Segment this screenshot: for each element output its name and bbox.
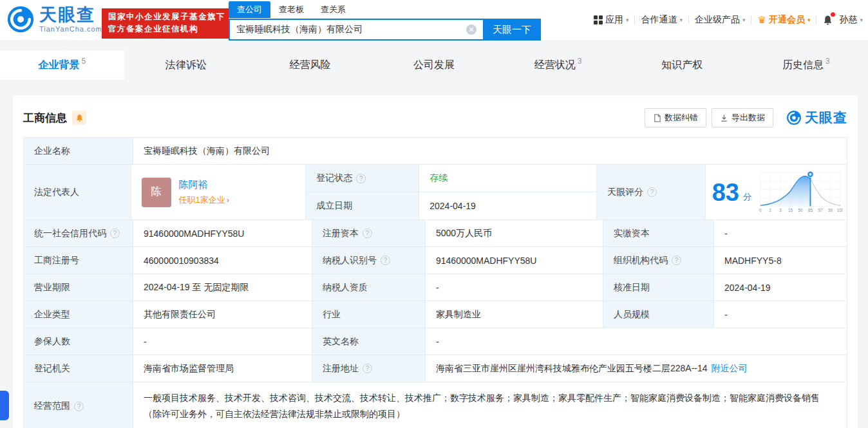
reg-capital-value: 5000万人民币 <box>426 220 603 247</box>
svg-text:3: 3 <box>779 208 782 212</box>
approval-date-label: 核准日期 <box>603 274 714 301</box>
company-nav-tabs: 企业背景 5 法律诉讼 经营风险 公司发展 经营状况 3 知识产权 历史信息 3 <box>0 50 868 80</box>
industry-value: 家具制造业 <box>426 301 603 328</box>
industry-label: 行业 <box>312 301 426 328</box>
username-label: 孙慈 <box>839 14 857 26</box>
search-tab-relation[interactable]: 查关系 <box>312 1 354 18</box>
table-row: 营业期限 2024-04-19 至 无固定期限 纳税人资质 - 核准日期 202… <box>24 274 847 301</box>
menu-enterprise-products[interactable]: 企业级产品 ▾ <box>695 14 746 26</box>
search-button[interactable]: 天眼一下 <box>483 19 541 41</box>
company-type-value: 其他有限责任公司 <box>133 301 312 328</box>
certification-badge: 国家中小企业发展子基金旗下 官方备案企业征信机构 <box>102 8 232 39</box>
menu-vip-upgrade[interactable]: ♛ 开通会员 ▾ <box>757 14 810 26</box>
menu-separator <box>688 15 689 24</box>
est-date-value: 2024-04-19 <box>419 192 597 220</box>
crown-icon: ♛ <box>757 14 766 26</box>
business-term-label: 营业期限 <box>24 274 133 301</box>
tab-label: 经营状况 <box>534 59 576 72</box>
help-icon[interactable]: ? <box>356 174 366 183</box>
help-icon[interactable]: ? <box>672 256 681 265</box>
menu-vip-label: 开通会员 <box>769 14 805 26</box>
tab-operating-status[interactable]: 经营状况 3 <box>496 50 620 80</box>
menu-separator <box>634 15 635 24</box>
search-input-wrap: ✕ <box>229 19 483 41</box>
certification-badge-line1: 国家中小企业发展子基金旗下 <box>108 11 225 23</box>
tab-label: 法律诉讼 <box>165 59 207 72</box>
taxpayer-id-label: 纳税人识别号 ? <box>312 247 426 274</box>
company-type-label: 企业类型 <box>24 301 133 328</box>
legal-rep-companies-link[interactable]: 任职1家企业 › <box>179 194 230 206</box>
clear-icon[interactable]: ✕ <box>466 24 476 35</box>
help-icon[interactable]: ? <box>363 364 372 373</box>
apps-grid-icon <box>594 15 603 24</box>
insured-label: 参保人数 <box>24 328 133 355</box>
help-icon[interactable]: ? <box>363 228 372 238</box>
tianyan-score-label: 天眼评分 ? <box>597 165 705 220</box>
help-icon[interactable]: ? <box>381 256 390 265</box>
status-date-column: 登记状态 ? 存续 成立日期 2024-04-19 <box>306 165 597 220</box>
search-tab-boss[interactable]: 查老板 <box>270 1 312 18</box>
search-tab-company[interactable]: 查公司 <box>229 1 270 18</box>
tab-history-info[interactable]: 历史信息 3 <box>744 50 868 80</box>
section-title: 工商信息 <box>23 111 67 126</box>
uscc-label: 统一社会信用代码 ? <box>24 220 133 247</box>
tab-legal-proceedings[interactable]: 法律诉讼 <box>124 50 249 80</box>
legal-rep-value: 陈 陈阿裕 任职1家企业 › <box>131 165 307 220</box>
org-code-label: 组织机构代码 ? <box>603 247 714 274</box>
search-row: ✕ 天眼一下 <box>229 19 541 41</box>
menu-separator <box>816 15 816 24</box>
reg-authority-label: 登记机关 <box>24 355 133 382</box>
table-row: 工商注册号 460000010903834 纳税人识别号 ? 91460000M… <box>24 247 847 274</box>
search-input[interactable] <box>229 19 483 41</box>
menu-user-account[interactable]: 孙慈 ▾ <box>839 14 863 26</box>
table-row: 企业名称 宝褥睡眠科技（海南）有限公司 <box>24 138 847 165</box>
floating-panel-handle[interactable] <box>0 391 9 420</box>
nav-band: 企业背景 5 法律诉讼 经营风险 公司发展 经营状况 3 知识产权 历史信息 3 <box>0 40 868 95</box>
org-code-value: MADHFYY5-8 <box>714 247 847 274</box>
tab-label: 历史信息 <box>782 59 824 72</box>
export-data-button[interactable]: 导出数据 <box>712 108 773 127</box>
chevron-down-icon: ▾ <box>742 17 746 23</box>
approval-date-value: 2024-04-19 <box>714 274 847 301</box>
download-icon <box>720 114 728 122</box>
staff-size-label: 人员规模 <box>603 301 714 328</box>
tab-count: 3 <box>578 57 582 66</box>
tianyancha-watermark: 天眼查 <box>786 109 847 127</box>
data-correction-label: 数据纠错 <box>665 112 698 124</box>
uscc-value: 91460000MADHFYY58U <box>133 220 312 247</box>
legal-rep-companies-label: 任职1家企业 <box>179 194 225 206</box>
menu-separator <box>751 15 751 24</box>
subscribe-bell-icon[interactable] <box>72 111 86 125</box>
taxpayer-quality-label: 纳税人资质 <box>312 274 426 301</box>
tianyancha-logo-icon <box>786 110 802 126</box>
table-row: 法定代表人 陈 陈阿裕 任职1家企业 › 登记状态 <box>24 165 847 220</box>
taxpayer-id-value: 91460000MADHFYY58U <box>426 247 603 274</box>
help-icon[interactable]: ? <box>110 228 120 238</box>
tianyancha-logo[interactable]: 天眼查 TianYanCha.com <box>6 5 102 33</box>
legal-rep-name-link[interactable]: 陈阿裕 <box>179 179 230 191</box>
data-correction-button[interactable]: 数据纠错 <box>645 108 706 127</box>
tianyancha-logo-icon <box>6 5 35 33</box>
tab-company-background[interactable]: 企业背景 5 <box>0 50 124 80</box>
nearby-companies-link[interactable]: 附近公司 <box>712 363 748 375</box>
reg-status-value: 存续 <box>419 165 597 192</box>
tab-intellectual-property[interactable]: 知识产权 <box>620 50 744 80</box>
svg-text:97: 97 <box>818 208 824 212</box>
menu-apps[interactable]: 应用 ▾ <box>594 14 629 26</box>
help-icon[interactable]: ? <box>74 402 84 411</box>
svg-text:1: 1 <box>769 208 772 212</box>
search-block: 查公司 查老板 查关系 ✕ 天眼一下 <box>229 3 541 41</box>
tab-operational-risk[interactable]: 经营风险 <box>248 50 372 80</box>
chevron-down-icon: ▾ <box>807 17 811 23</box>
avatar[interactable]: 陈 <box>142 178 171 207</box>
menu-partner-channel[interactable]: 合作通道 ▾ <box>641 14 683 26</box>
business-info-table: 企业名称 宝褥睡眠科技（海南）有限公司 法定代表人 陈 陈阿裕 任职1家企业 › <box>23 137 847 428</box>
help-icon[interactable]: ? <box>647 187 657 197</box>
notifications-button[interactable] <box>822 15 833 26</box>
reg-status-label: 登记状态 ? <box>306 165 419 192</box>
top-header: 天眼查 TianYanCha.com 国家中小企业发展子基金旗下 官方备案企业征… <box>0 0 868 40</box>
score-number: 83 <box>712 180 739 205</box>
tab-company-development[interactable]: 公司发展 <box>372 50 496 80</box>
document-icon <box>653 114 661 122</box>
legal-rep-info: 陈阿裕 任职1家企业 › <box>179 179 230 206</box>
